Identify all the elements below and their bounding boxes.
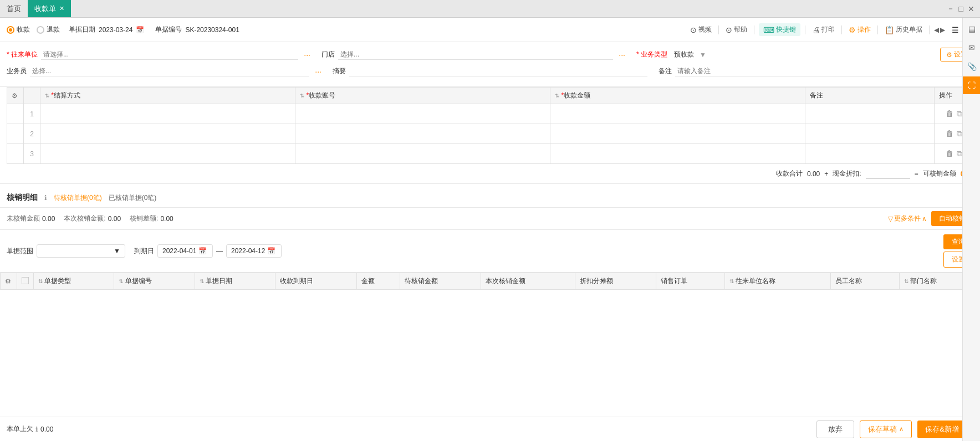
scrollbar[interactable] bbox=[963, 95, 980, 439]
bottom-gear-icon[interactable]: ⚙ bbox=[5, 278, 11, 285]
table-row: 1 🗑 ⧉ bbox=[7, 104, 973, 124]
row3-account[interactable] bbox=[295, 144, 550, 164]
divider-6 bbox=[929, 25, 930, 34]
row2-amount[interactable] bbox=[550, 124, 805, 144]
note-input[interactable] bbox=[675, 66, 973, 76]
store-more-button[interactable]: ··· bbox=[619, 50, 625, 59]
staff-label: 业务员 bbox=[7, 66, 27, 76]
row1-settlement[interactable] bbox=[40, 104, 295, 124]
row2-copy-button[interactable]: ⧉ bbox=[957, 129, 962, 139]
row2-account[interactable] bbox=[295, 124, 550, 144]
date-end-calendar-icon[interactable]: 📅 bbox=[267, 247, 275, 255]
print-button[interactable]: 🖨 打印 bbox=[810, 24, 837, 35]
hexiao-section: 核销明细 ℹ 待核销单据(0笔) 已核销单据(0笔) 未核销金额 0.00 本次… bbox=[0, 188, 980, 417]
save-draft-button[interactable]: 保存草稿 ∧ bbox=[860, 421, 912, 438]
sidebar-expand-icon[interactable]: ⛶ bbox=[963, 76, 980, 94]
table-row: 2 🗑 ⧉ bbox=[7, 124, 973, 144]
staff-more-button[interactable]: ··· bbox=[315, 67, 321, 76]
dept-sort-icon[interactable]: ⇅ bbox=[904, 278, 908, 284]
shortcut-button[interactable]: ⌨ 快捷键 bbox=[759, 23, 800, 36]
window-close-button[interactable]: ✕ bbox=[968, 4, 974, 13]
staff-field: 业务员 ··· bbox=[7, 66, 321, 76]
row1-account[interactable] bbox=[295, 104, 550, 124]
tab-receipt[interactable]: 收款单 ✕ bbox=[28, 0, 71, 17]
row3-amount[interactable] bbox=[550, 144, 805, 164]
date-start-calendar-icon[interactable]: 📅 bbox=[198, 247, 207, 255]
store-input[interactable] bbox=[338, 49, 613, 60]
footer-actions: 放弃 保存草稿 ∧ 保存&新增 ∧ bbox=[816, 421, 973, 438]
uncancelled-label: 未核销金额 bbox=[7, 214, 40, 223]
video-icon: ⊙ bbox=[690, 25, 697, 34]
layout-list-icon[interactable]: ☰ bbox=[950, 24, 961, 35]
row3-settlement[interactable] bbox=[40, 144, 295, 164]
bill-date-sort-icon[interactable]: ⇅ bbox=[200, 278, 204, 284]
counterpart-more-button[interactable]: ··· bbox=[304, 50, 310, 59]
footer-info-icon[interactable]: ℹ bbox=[35, 425, 38, 433]
form-row-1: * 往来单位 ··· 门店 ··· * 业务类型 预收款 ▼ ⚙ 设置 bbox=[7, 48, 973, 61]
row1-copy-button[interactable]: ⧉ bbox=[957, 109, 962, 119]
history-button[interactable]: 📋 历史单据 bbox=[882, 24, 925, 35]
row1-amount[interactable] bbox=[550, 104, 805, 124]
select-all-checkbox[interactable] bbox=[22, 277, 29, 284]
operations-button[interactable]: ⚙ 操作 bbox=[846, 24, 873, 35]
summary-input[interactable] bbox=[349, 66, 647, 76]
radio-refund-dot bbox=[37, 26, 44, 34]
nav-prev-button[interactable]: ◀ bbox=[934, 26, 939, 34]
nav-next-button[interactable]: ▶ bbox=[940, 26, 945, 34]
bottom-staff-col: 员工名称 bbox=[830, 273, 899, 290]
window-maximize-button[interactable]: □ bbox=[959, 4, 963, 13]
dept-col-label: 部门名称 bbox=[910, 277, 937, 285]
row1-delete-button[interactable]: 🗑 bbox=[946, 109, 953, 119]
video-label: 视频 bbox=[698, 25, 712, 34]
hexiao-info-icon[interactable]: ℹ bbox=[44, 194, 47, 202]
date-calendar-icon[interactable]: 📅 bbox=[136, 26, 144, 34]
settlement-sort-icon[interactable]: ⇅ bbox=[45, 93, 49, 99]
bill-no-sort-icon[interactable]: ⇅ bbox=[119, 278, 123, 284]
video-button[interactable]: ⊙ 视频 bbox=[688, 24, 714, 35]
counterpart-input[interactable] bbox=[41, 49, 298, 60]
abandon-button[interactable]: 放弃 bbox=[816, 421, 854, 438]
date-end-input[interactable]: 2022-04-12 📅 bbox=[226, 244, 282, 258]
more-conditions-button[interactable]: ▽ 更多条件 ∧ bbox=[888, 214, 927, 223]
total-value: 0.00 bbox=[807, 170, 820, 178]
hexiao-pending-tab[interactable]: 待核销单据(0笔) bbox=[54, 193, 102, 203]
row2-note[interactable] bbox=[805, 124, 935, 144]
staff-input[interactable] bbox=[30, 66, 309, 76]
number-label: 单据编号 bbox=[155, 25, 182, 34]
main-table: ⚙ ⇅ *结算方式 ⇅ *收款账号 ⇅ *收款金额 bbox=[7, 87, 973, 164]
table-gear-icon[interactable]: ⚙ bbox=[12, 92, 18, 100]
row1-note[interactable] bbox=[805, 104, 935, 124]
bottom-bill-date-col: ⇅ 单据日期 bbox=[195, 273, 275, 290]
tab-home[interactable]: 首页 bbox=[0, 0, 28, 17]
counterpart-sort-icon[interactable]: ⇅ bbox=[729, 278, 734, 284]
window-minimize-button[interactable]: － bbox=[947, 4, 955, 14]
sidebar-table-icon[interactable]: ▤ bbox=[963, 20, 980, 38]
radio-receipt[interactable]: 收款 bbox=[7, 25, 30, 34]
row2-delete-button[interactable]: 🗑 bbox=[946, 129, 953, 139]
radio-refund[interactable]: 退款 bbox=[37, 25, 60, 34]
help-button[interactable]: ⊙ 帮助 bbox=[723, 24, 749, 35]
divider-3 bbox=[805, 25, 805, 34]
row3-delete-button[interactable]: 🗑 bbox=[946, 149, 953, 158]
row2-settlement[interactable] bbox=[40, 124, 295, 144]
history-label: 历史单据 bbox=[896, 25, 922, 34]
table-note-col: 备注 bbox=[805, 88, 935, 104]
bottom-pending-col: 待核销金额 bbox=[400, 273, 481, 290]
business-type-dropdown-icon[interactable]: ▼ bbox=[700, 51, 706, 59]
hexiao-done-tab[interactable]: 已核销单据(0笔) bbox=[109, 193, 157, 203]
amount-sort-icon[interactable]: ⇅ bbox=[555, 93, 559, 99]
receipt-due-col-label: 收款到期日 bbox=[280, 277, 313, 285]
row3-note[interactable] bbox=[805, 144, 935, 164]
account-sort-icon[interactable]: ⇅ bbox=[300, 93, 304, 99]
range-select[interactable]: ▼ bbox=[37, 244, 125, 258]
discount-input[interactable] bbox=[866, 168, 910, 179]
bill-type-sort-icon[interactable]: ⇅ bbox=[38, 278, 43, 284]
bottom-settings-col: ⚙ bbox=[1, 273, 17, 290]
bottom-checkbox-col bbox=[17, 273, 34, 290]
radio-receipt-dot bbox=[7, 26, 14, 34]
row3-copy-button[interactable]: ⧉ bbox=[957, 149, 962, 158]
date-start-input[interactable]: 2022-04-01 📅 bbox=[157, 244, 213, 258]
sidebar-attach-icon[interactable]: 📎 bbox=[963, 58, 980, 75]
tab-close-icon[interactable]: ✕ bbox=[59, 5, 64, 12]
sidebar-message-icon[interactable]: ✉ bbox=[963, 39, 980, 57]
